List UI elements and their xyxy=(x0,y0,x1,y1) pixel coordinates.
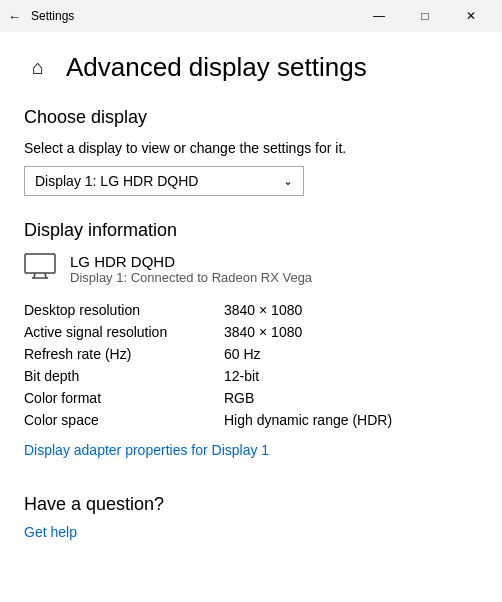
get-help-link[interactable]: Get help xyxy=(24,524,77,540)
property-label: Desktop resolution xyxy=(24,299,224,321)
table-row: Bit depth12-bit xyxy=(24,365,478,387)
back-arrow-icon: ← xyxy=(8,9,21,24)
settings-content: ⌂ Advanced display settings Choose displ… xyxy=(0,32,502,602)
have-question-section: Have a question? Get help xyxy=(24,494,478,541)
property-value: 3840 × 1080 xyxy=(224,321,478,343)
monitor-row: LG HDR DQHD Display 1: Connected to Rade… xyxy=(24,253,478,285)
display-dropdown[interactable]: Display 1: LG HDR DQHD ⌄ xyxy=(24,166,304,196)
have-question-title: Have a question? xyxy=(24,494,478,515)
svg-rect-0 xyxy=(25,254,55,273)
monitor-subtext: Display 1: Connected to Radeon RX Vega xyxy=(70,270,312,285)
monitor-name: LG HDR DQHD xyxy=(70,253,312,270)
page-title: Advanced display settings xyxy=(66,52,367,83)
title-bar: ← Settings — □ ✕ xyxy=(0,0,502,32)
minimize-button[interactable]: — xyxy=(356,0,402,32)
property-label: Active signal resolution xyxy=(24,321,224,343)
monitor-icon xyxy=(24,253,56,285)
adapter-link[interactable]: Display adapter properties for Display 1 xyxy=(24,442,269,458)
property-label: Refresh rate (Hz) xyxy=(24,343,224,365)
table-row: Desktop resolution3840 × 1080 xyxy=(24,299,478,321)
table-row: Refresh rate (Hz)60 Hz xyxy=(24,343,478,365)
table-row: Color spaceHigh dynamic range (HDR) xyxy=(24,409,478,431)
property-label: Color space xyxy=(24,409,224,431)
title-bar-title: Settings xyxy=(31,9,74,23)
property-value: 12-bit xyxy=(224,365,478,387)
choose-display-section: Choose display Select a display to view … xyxy=(24,107,478,196)
monitor-info-text: LG HDR DQHD Display 1: Connected to Rade… xyxy=(70,253,312,285)
title-bar-controls: — □ ✕ xyxy=(356,0,494,32)
property-value: 3840 × 1080 xyxy=(224,299,478,321)
display-dropdown-value: Display 1: LG HDR DQHD xyxy=(35,173,198,189)
page-header: ⌂ Advanced display settings xyxy=(24,52,478,83)
property-label: Color format xyxy=(24,387,224,409)
chevron-down-icon: ⌄ xyxy=(283,174,293,188)
property-label: Bit depth xyxy=(24,365,224,387)
choose-display-title: Choose display xyxy=(24,107,478,128)
table-row: Color formatRGB xyxy=(24,387,478,409)
table-row: Active signal resolution3840 × 1080 xyxy=(24,321,478,343)
display-dropdown-wrapper: Display 1: LG HDR DQHD ⌄ xyxy=(24,166,478,196)
choose-display-desc: Select a display to view or change the s… xyxy=(24,140,478,156)
close-button[interactable]: ✕ xyxy=(448,0,494,32)
display-info-title: Display information xyxy=(24,220,478,241)
property-value: 60 Hz xyxy=(224,343,478,365)
property-value: RGB xyxy=(224,387,478,409)
display-properties-table: Desktop resolution3840 × 1080Active sign… xyxy=(24,299,478,431)
maximize-button[interactable]: □ xyxy=(402,0,448,32)
display-info-section: Display information LG HDR DQHD Display … xyxy=(24,220,478,478)
home-icon: ⌂ xyxy=(24,54,52,82)
title-bar-left: ← Settings xyxy=(8,9,74,24)
property-value: High dynamic range (HDR) xyxy=(224,409,478,431)
